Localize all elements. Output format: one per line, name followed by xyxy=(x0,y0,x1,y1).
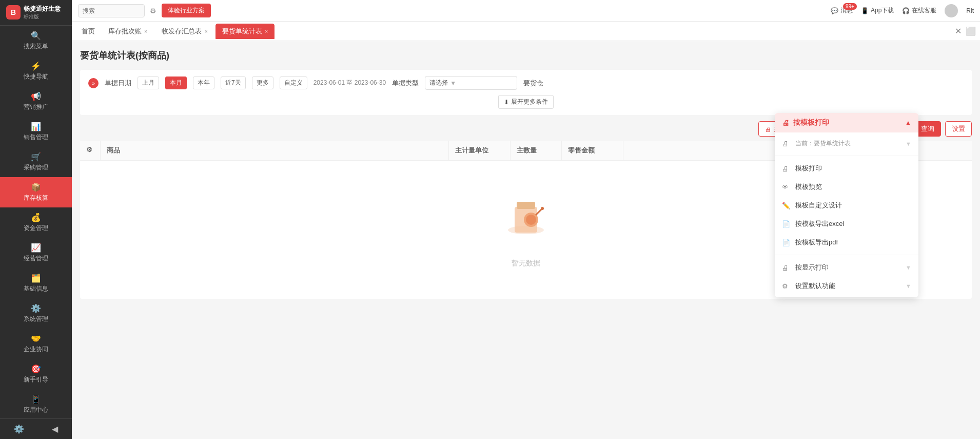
tab-home[interactable]: 首页 xyxy=(76,24,101,39)
inventory-icon: 📦 xyxy=(31,182,41,192)
sidebar-item-finance[interactable]: 💰 资金管理 xyxy=(0,207,72,238)
dropdown-divider-1 xyxy=(775,156,918,156)
sidebar-bottom: ⚙️ ◀ xyxy=(0,418,72,439)
export-pdf-label: 按模板导出pdf xyxy=(795,238,838,247)
user-avatar[interactable] xyxy=(945,4,958,17)
sidebar-item-label: 搜索菜单 xyxy=(24,42,48,51)
business-icon: 📈 xyxy=(31,243,41,253)
current-icon: 🖨 xyxy=(782,140,790,147)
date-btn-this-month[interactable]: 本月 xyxy=(165,77,187,89)
tab-batch-account-close[interactable]: × xyxy=(144,28,147,34)
filter-expand-icon[interactable]: » xyxy=(88,78,99,88)
current-arrow: ▼ xyxy=(906,141,911,147)
sidebar-item-business[interactable]: 📈 经营管理 xyxy=(0,238,72,268)
app-download-icon: 📱 xyxy=(861,7,869,14)
th-quantity: 主数量 xyxy=(511,141,562,160)
dropdown-item-export-pdf[interactable]: 📄 按模板导出pdf xyxy=(775,233,918,252)
topbar-search-input[interactable] xyxy=(78,4,145,17)
tab-order-summary[interactable]: 要货单统计表 × xyxy=(215,24,275,39)
display-print-icon: 🖨 xyxy=(782,264,790,272)
sidebar: B 畅捷通好生意 标准版 🔍 搜索菜单 ⚡ 快捷导航 📢 营销推广 📊 销售管理… xyxy=(0,0,72,439)
system-icon: ⚙️ xyxy=(31,303,41,313)
topbar-gear-icon[interactable]: ⚙ xyxy=(150,7,156,15)
dropdown-item-template-custom[interactable]: ✏️ 模板自定义设计 xyxy=(775,196,918,215)
sidebar-item-label: 基础信息 xyxy=(24,284,48,293)
print-icon: 🖨 xyxy=(765,125,772,133)
sidebar-item-base[interactable]: 🗂️ 基础信息 xyxy=(0,268,72,298)
settings-btn[interactable]: 设置 xyxy=(945,121,972,137)
date-btn-more[interactable]: 更多 xyxy=(252,77,273,89)
sidebar-item-label: 资金管理 xyxy=(24,224,48,233)
collapse-icon[interactable]: ◀ xyxy=(52,424,58,434)
close-window-icon[interactable]: ✕ xyxy=(955,26,962,36)
th-settings[interactable]: ⚙ xyxy=(80,141,101,160)
sidebar-item-inventory[interactable]: 📦 库存核算 xyxy=(0,177,72,207)
purchase-icon: 🛒 xyxy=(31,152,41,162)
tab-collection-summary[interactable]: 收发存汇总表 × xyxy=(155,24,214,39)
maximize-icon[interactable]: ⬜ xyxy=(966,26,976,36)
sales-icon: 📊 xyxy=(31,122,41,131)
dropdown-current-item[interactable]: 🖨 当前：要货单统计表 ▼ xyxy=(775,135,918,152)
order-type-select[interactable]: 请选择 ▼ xyxy=(425,76,517,90)
template-preview-label: 模板预览 xyxy=(795,182,822,192)
tab-collection-close[interactable]: × xyxy=(204,28,207,34)
message-button[interactable]: 💬 消息 99+ xyxy=(831,6,853,15)
date-filter-label: 单据日期 xyxy=(105,79,131,88)
dropdown-item-template-preview[interactable]: 👁 模板预览 xyxy=(775,178,918,196)
tab-order-close[interactable]: × xyxy=(265,28,268,34)
sidebar-item-system[interactable]: ⚙️ 系统管理 xyxy=(0,298,72,329)
sidebar-item-search[interactable]: 🔍 搜索菜单 xyxy=(0,26,72,56)
sidebar-item-guide[interactable]: 🎯 新手引导 xyxy=(0,359,72,389)
finance-icon: 💰 xyxy=(31,213,41,222)
sidebar-item-appstore[interactable]: 📱 应用中心 xyxy=(0,389,72,418)
dropdown-item-template-print[interactable]: 🖨 模板打印 xyxy=(775,159,918,178)
topbar-right: 💬 消息 99+ 📱 App下载 🎧 在线客服 Rit xyxy=(831,4,974,17)
empty-text: 暂无数据 xyxy=(512,259,540,268)
filter-bar: » 单据日期 上月 本月 本年 近7天 更多 自定义 2023-06-01 至 … xyxy=(80,70,972,115)
settings-bottom-icon[interactable]: ⚙️ xyxy=(14,424,24,434)
dropdown-item-export-excel[interactable]: 📄 按模板导出excel xyxy=(775,215,918,233)
expand-more-btn[interactable]: ⬇ 展开更多条件 xyxy=(498,95,554,109)
dropdown-collapse-icon[interactable]: ▲ xyxy=(905,119,911,126)
filter-row: » 单据日期 上月 本月 本年 近7天 更多 自定义 2023-06-01 至 … xyxy=(88,76,964,90)
date-btn-this-year[interactable]: 本年 xyxy=(193,77,214,89)
tab-order-label: 要货单统计表 xyxy=(222,27,262,36)
sidebar-item-marketing[interactable]: 📢 营销推广 xyxy=(0,86,72,117)
order-type-label: 单据类型 xyxy=(392,79,419,88)
message-icon: 💬 xyxy=(831,7,838,14)
marketing-icon: 📢 xyxy=(31,91,41,101)
brand-name: 畅捷通好生意 xyxy=(24,5,61,13)
sidebar-item-label: 营销推广 xyxy=(24,103,48,111)
sidebar-item-collab[interactable]: 🤝 企业协同 xyxy=(0,329,72,359)
message-badge: 99+ xyxy=(843,3,857,10)
dropdown-items-section: 🖨 模板打印 👁 模板预览 ✏️ 模板自定义设计 📄 按模板导出excel 📄 xyxy=(775,157,918,254)
trial-button[interactable]: 体验行业方案 xyxy=(162,4,211,17)
template-print-icon: 🖨 xyxy=(782,165,790,173)
appstore-icon: 📱 xyxy=(31,394,41,404)
sidebar-item-purchase[interactable]: 🛒 采购管理 xyxy=(0,147,72,177)
expand-more-label: 展开更多条件 xyxy=(511,98,548,106)
export-excel-label: 按模板导出excel xyxy=(795,219,844,228)
date-btn-custom[interactable]: 自定义 xyxy=(280,77,307,89)
svg-point-6 xyxy=(541,207,544,210)
dropdown-item-display-print[interactable]: 🖨 按显示打印 ▼ xyxy=(775,258,918,277)
print-header-icon: 🖨 xyxy=(782,119,789,127)
tab-collection-label: 收发存汇总表 xyxy=(162,27,202,36)
dropdown-title: 按模板打印 xyxy=(793,118,829,127)
app-download-button[interactable]: 📱 App下载 xyxy=(861,6,894,15)
search-nav-icon: 🔍 xyxy=(31,31,41,41)
brand-sub: 标准版 xyxy=(24,13,61,20)
online-service-button[interactable]: 🎧 在线客服 xyxy=(902,6,936,15)
logo-icon: B xyxy=(6,5,21,20)
dropdown-item-default-func[interactable]: ⚙ 设置默认功能 ▼ xyxy=(775,277,918,295)
sidebar-item-quick-nav[interactable]: ⚡ 快捷导航 xyxy=(0,56,72,86)
tab-batch-account-label: 库存批次账 xyxy=(108,27,142,36)
dropdown-header: 🖨 按模板打印 ▲ xyxy=(775,113,918,132)
date-btn-last-month[interactable]: 上月 xyxy=(138,77,159,89)
tab-batch-account[interactable]: 库存批次账 × xyxy=(102,24,154,39)
username-label: Rit xyxy=(966,7,974,14)
export-pdf-icon: 📄 xyxy=(782,239,790,246)
sidebar-item-sales[interactable]: 📊 销售管理 xyxy=(0,117,72,147)
dropdown-current-section: 🖨 当前：要货单统计表 ▼ xyxy=(775,132,918,155)
date-btn-7days[interactable]: 近7天 xyxy=(221,77,246,89)
